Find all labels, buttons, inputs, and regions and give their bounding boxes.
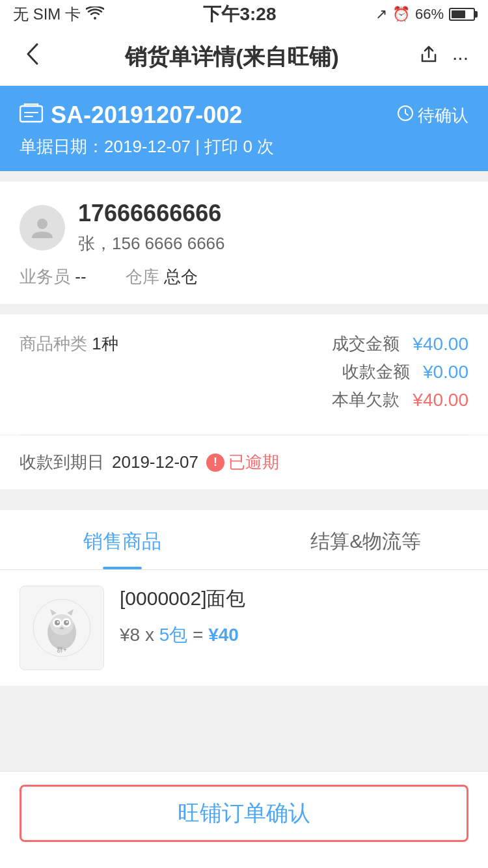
bottom-bar: 旺铺订单确认 <box>0 771 488 868</box>
tab-sales-products[interactable]: 销售商品 <box>0 510 244 569</box>
quantity: 5包 <box>159 625 188 645</box>
svg-rect-0 <box>20 106 42 122</box>
price-formula-equals: = <box>187 625 208 645</box>
avatar <box>20 205 65 251</box>
product-price: ¥8 x 5包 = ¥40 <box>120 623 468 647</box>
total-price: ¥40 <box>208 625 239 645</box>
battery-icon <box>449 8 475 21</box>
product-thumbnail: 群+ <box>20 586 104 670</box>
amounts: 成交金额 ¥40.00 收款金额 ¥0.00 本单欠款 ¥40.00 <box>332 332 468 416</box>
salesperson-name: -- <box>75 267 86 286</box>
transaction-amount-row: 成交金额 ¥40.00 <box>332 332 468 355</box>
owed-amount-row: 本单欠款 ¥40.00 <box>332 388 468 411</box>
divider-1 <box>0 304 488 314</box>
due-label: 收款到期日 <box>20 451 104 474</box>
location-icon: ↗ <box>375 6 387 23</box>
order-icon <box>20 102 43 129</box>
product-types: 商品种类 1种 <box>20 332 118 355</box>
status-bar: 无 SIM 卡 下午3:28 ↗ ⏰ 66% <box>0 0 488 29</box>
carrier-text: 无 SIM 卡 <box>13 4 81 25</box>
received-label: 收款金额 <box>342 360 410 383</box>
warehouse-value: 总仓 <box>164 267 198 286</box>
svg-text:群+: 群+ <box>57 646 67 653</box>
product-item: 群+ [0000002]面包 ¥8 x 5包 = ¥40 <box>0 570 488 686</box>
product-details: [0000002]面包 ¥8 x 5包 = ¥40 <box>120 586 468 647</box>
warehouse-meta: 仓库 总仓 <box>126 265 198 288</box>
order-status: 待确认 <box>397 104 468 127</box>
customer-details: 17666666666 张，156 6666 6666 <box>78 200 225 255</box>
customer-meta: 业务员 -- 仓库 总仓 <box>20 265 468 288</box>
salesperson-label: 业务员 <box>20 267 70 286</box>
stats-section: 商品种类 1种 成交金额 ¥40.00 收款金额 ¥0.00 本单欠款 ¥40.… <box>0 314 488 435</box>
back-button[interactable] <box>20 36 46 77</box>
battery-percent: 66% <box>415 6 444 23</box>
tabs-section: 销售商品 结算&物流等 <box>0 510 488 686</box>
price-formula-prefix: ¥8 x <box>120 625 159 645</box>
status-left: 无 SIM 卡 <box>13 4 104 25</box>
owed-value: ¥40.00 <box>413 390 468 411</box>
owed-label: 本单欠款 <box>332 388 400 411</box>
order-id: SA-20191207-002 <box>20 102 242 129</box>
product-types-label: 商品种类 <box>20 334 87 353</box>
status-right: ↗ ⏰ 66% <box>375 6 475 23</box>
wifi-icon <box>86 5 104 23</box>
customer-name: 张，156 6666 6666 <box>78 232 225 255</box>
overdue-text: 已逾期 <box>228 451 279 474</box>
product-count: 1种 <box>92 334 118 353</box>
transaction-value: ¥40.00 <box>413 334 468 355</box>
due-section: 收款到期日 2019-12-07 ! 已逾期 <box>0 435 488 489</box>
order-date: 单据日期：2019-12-07 | 打印 0 次 <box>20 135 468 158</box>
share-button[interactable] <box>418 44 439 70</box>
svg-point-10 <box>57 621 59 623</box>
customer-section: 17666666666 张，156 6666 6666 业务员 -- 仓库 总仓 <box>0 182 488 304</box>
svg-point-11 <box>66 621 68 623</box>
confirm-button[interactable]: 旺铺订单确认 <box>20 785 468 842</box>
received-value: ¥0.00 <box>423 362 468 383</box>
nav-bar: 销货单详情(来自旺铺) ··· <box>0 29 488 86</box>
nav-actions: ··· <box>418 44 468 70</box>
product-name: [0000002]面包 <box>120 586 468 612</box>
clock-icon <box>397 105 414 126</box>
status-time: 下午3:28 <box>203 2 276 27</box>
overdue-icon: ! <box>206 454 224 472</box>
svg-point-2 <box>37 219 47 229</box>
tabs-row: 销售商品 结算&物流等 <box>0 510 488 570</box>
page-title: 销货单详情(来自旺铺) <box>125 42 339 72</box>
transaction-label: 成交金额 <box>332 332 400 355</box>
alarm-icon: ⏰ <box>392 6 410 23</box>
order-banner: SA-20191207-002 待确认 单据日期：2019-12-07 | 打印… <box>0 86 488 171</box>
warehouse-label: 仓库 <box>126 267 159 286</box>
salesperson-meta: 业务员 -- <box>20 265 87 288</box>
received-amount-row: 收款金额 ¥0.00 <box>332 360 468 383</box>
divider-2 <box>0 489 488 500</box>
more-button[interactable]: ··· <box>452 46 468 68</box>
overdue-badge: ! 已逾期 <box>206 451 279 474</box>
tab-settlement[interactable]: 结算&物流等 <box>244 510 488 569</box>
due-date-value: 2019-12-07 <box>112 452 198 472</box>
customer-phone: 17666666666 <box>78 200 225 227</box>
